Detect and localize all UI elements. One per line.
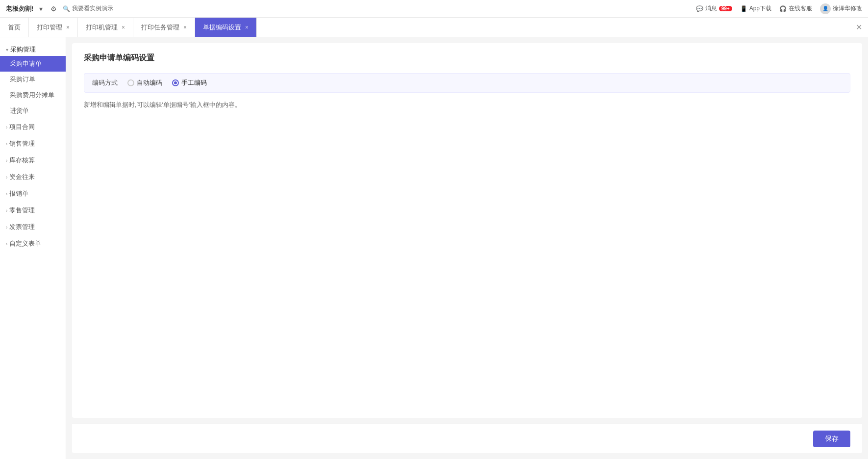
arrow-right-icon-3: ›: [6, 158, 7, 163]
sidebar-group-purchase-label: 采购管理: [10, 45, 36, 54]
app-download-icon: 📱: [740, 5, 747, 12]
user-name: 徐泽华修改: [833, 4, 862, 13]
auto-code-label: 自动编码: [137, 78, 162, 87]
sidebar-group-invoice-label: 发票管理: [9, 223, 35, 231]
coding-method-row: 编码方式 自动编码 手工编码: [84, 73, 850, 93]
tab-bar-close-all[interactable]: ✕: [850, 18, 868, 37]
sidebar-group-sales-label: 销售管理: [9, 139, 35, 148]
sidebar-group-custom-label: 自定义表单: [9, 239, 41, 248]
top-bar-left: 老板勿割! ▾ ⚙ 🔍 我要看实例演示: [6, 4, 113, 14]
manual-code-radio-circle: [172, 79, 179, 86]
tab-printer-mgmt[interactable]: 打印机管理 ×: [78, 18, 133, 37]
content-inner: 采购申请单编码设置 编码方式 自动编码 手工编码 新增和编辑单据时,可以编辑'单…: [72, 43, 862, 418]
tab-home[interactable]: 首页: [0, 18, 29, 37]
tab-printer-mgmt-close[interactable]: ×: [122, 24, 125, 31]
settings-icon[interactable]: ⚙: [49, 4, 59, 14]
top-bar: 老板勿割! ▾ ⚙ 🔍 我要看实例演示 💬 消息 99+ 📱 App下载 🎧 在…: [0, 0, 868, 18]
manual-code-label: 手工编码: [181, 78, 207, 87]
bottom-bar: 保存: [72, 424, 862, 453]
sidebar-group-invoice-mgmt[interactable]: › 发票管理: [0, 219, 66, 235]
page-title: 采购申请单编码设置: [84, 53, 850, 63]
arrow-down-icon: ▾: [6, 47, 8, 52]
sidebar-group-sales-mgmt[interactable]: › 销售管理: [0, 135, 66, 152]
sidebar-group-retail-label: 零售管理: [9, 206, 35, 215]
arrow-right-icon-2: ›: [6, 141, 7, 147]
tab-single-code-setting[interactable]: 单据编码设置 ×: [195, 18, 257, 37]
tab-print-task-mgmt-close[interactable]: ×: [183, 24, 187, 31]
sidebar-group-purchase-mgmt[interactable]: ▾ 采购管理: [0, 41, 66, 56]
app-logo: 老板勿割!: [6, 4, 33, 13]
sidebar-group-custom-form[interactable]: › 自定义表单: [0, 235, 66, 252]
tab-printer-mgmt-label: 打印机管理: [86, 23, 118, 32]
sidebar-item-purchase-order[interactable]: 采购申请单: [0, 56, 66, 72]
hint-text: 新增和编辑单据时,可以编辑'单据编号'输入框中的内容。: [84, 101, 850, 109]
sidebar-item-purchase-expense-label: 采购费用分摊单: [10, 91, 54, 99]
headset-icon: 🎧: [779, 5, 787, 12]
radio-group: 自动编码 手工编码: [127, 78, 207, 87]
main-layout: ▾ 采购管理 采购申请单 采购订单 采购费用分摊单 进货单 › 项目合同 › 销…: [0, 37, 868, 459]
arrow-right-icon-7: ›: [6, 225, 7, 230]
tab-print-task-mgmt-label: 打印任务管理: [141, 23, 179, 32]
sidebar-group-project-contract[interactable]: › 项目合同: [0, 119, 66, 135]
sidebar-item-purchase-order-label: 采购申请单: [10, 60, 42, 67]
search-bar[interactable]: 🔍 我要看实例演示: [63, 4, 113, 13]
arrow-right-icon-5: ›: [6, 191, 7, 197]
tab-home-label: 首页: [8, 23, 21, 32]
online-service-label: 在线客服: [789, 4, 812, 13]
tab-print-task-mgmt[interactable]: 打印任务管理 ×: [133, 18, 195, 37]
sidebar-group-finance[interactable]: › 资金往来: [0, 169, 66, 185]
content-area: 采购申请单编码设置 编码方式 自动编码 手工编码 新增和编辑单据时,可以编辑'单…: [66, 37, 868, 459]
sidebar-group-finance-label: 资金往来: [9, 173, 35, 181]
sidebar-item-purchase-expense[interactable]: 采购费用分摊单: [0, 87, 66, 103]
tab-print-mgmt-label: 打印管理: [37, 23, 62, 32]
auto-code-radio[interactable]: 自动编码: [127, 78, 162, 87]
message-label: 消息: [705, 4, 717, 13]
app-download-label: App下载: [749, 4, 771, 13]
tab-print-mgmt[interactable]: 打印管理 ×: [29, 18, 78, 37]
save-button[interactable]: 保存: [813, 431, 850, 447]
sidebar-item-warehousing-label: 进货单: [10, 107, 29, 114]
top-bar-right: 💬 消息 99+ 📱 App下载 🎧 在线客服 👤 徐泽华修改: [696, 3, 862, 14]
sidebar-group-refund-label: 报销单: [9, 189, 28, 198]
tab-print-mgmt-close[interactable]: ×: [66, 24, 70, 31]
message-button[interactable]: 💬 消息 99+: [696, 4, 732, 13]
arrow-right-icon-4: ›: [6, 175, 7, 180]
message-icon: 💬: [696, 5, 703, 12]
sidebar-group-project-label: 项目合同: [9, 123, 35, 131]
search-text: 我要看实例演示: [72, 4, 113, 13]
tab-bar: 首页 打印管理 × 打印机管理 × 打印任务管理 × 单据编码设置 × ✕: [0, 18, 868, 37]
tab-single-code-setting-label: 单据编码设置: [203, 23, 241, 32]
arrow-right-icon: ›: [6, 125, 7, 130]
sidebar-item-purchase-po-label: 采购订单: [10, 76, 35, 83]
sidebar-item-purchase-po[interactable]: 采购订单: [0, 72, 66, 87]
message-badge: 99+: [719, 6, 732, 11]
avatar: 👤: [820, 3, 831, 14]
sidebar-group-inventory-label: 库存核算: [9, 156, 35, 165]
online-service-button[interactable]: 🎧 在线客服: [779, 4, 812, 13]
sidebar: ▾ 采购管理 采购申请单 采购订单 采购费用分摊单 进货单 › 项目合同 › 销…: [0, 37, 66, 459]
auto-code-radio-circle: [127, 79, 134, 86]
coding-method-label: 编码方式: [92, 78, 118, 87]
dropdown-icon[interactable]: ▾: [37, 4, 45, 14]
tab-single-code-setting-close[interactable]: ×: [245, 24, 248, 31]
user-profile[interactable]: 👤 徐泽华修改: [820, 3, 862, 14]
sidebar-group-inventory[interactable]: › 库存核算: [0, 152, 66, 169]
sidebar-group-retail-mgmt[interactable]: › 零售管理: [0, 202, 66, 219]
arrow-right-icon-6: ›: [6, 208, 7, 213]
search-icon: 🔍: [63, 5, 70, 12]
app-download-button[interactable]: 📱 App下载: [740, 4, 771, 13]
sidebar-group-refund[interactable]: › 报销单: [0, 185, 66, 202]
arrow-right-icon-8: ›: [6, 241, 7, 247]
sidebar-item-warehousing[interactable]: 进货单: [0, 103, 66, 119]
manual-code-radio[interactable]: 手工编码: [172, 78, 207, 87]
